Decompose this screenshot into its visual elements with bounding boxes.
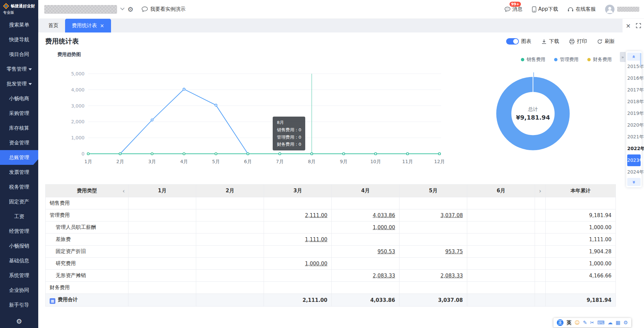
- tab-首页[interactable]: 首页: [42, 19, 65, 32]
- ime-scissors-icon[interactable]: ✂: [590, 320, 594, 325]
- tab-bar-actions: ×: [623, 19, 644, 32]
- panel-collapse-handle[interactable]: »: [620, 52, 626, 62]
- year-scroll-down-button[interactable]: »: [627, 178, 641, 186]
- cell: [467, 197, 535, 209]
- year-scrollbar-thumb[interactable]: [640, 53, 641, 66]
- sidebar-item-搜索菜单[interactable]: 搜索菜单: [0, 17, 38, 32]
- messages-button[interactable]: 99+ 消息: [504, 6, 523, 12]
- sidebar-item-经营管理[interactable]: 经营管理: [0, 224, 38, 239]
- sidebar-settings-gear-icon[interactable]: ⚙: [0, 317, 38, 325]
- value-link[interactable]: 4,033.86: [373, 212, 395, 218]
- year-item-2020年[interactable]: 2020年: [627, 119, 641, 131]
- footer-cell: [196, 294, 264, 307]
- cell: 2,111.00: [264, 209, 332, 221]
- sidebar-item-快捷导航[interactable]: 快捷导航: [0, 32, 38, 47]
- ime-grid-icon[interactable]: ▦: [615, 320, 620, 325]
- chart-toggle-control[interactable]: 图表: [506, 38, 531, 45]
- value-link[interactable]: 950.53: [378, 249, 395, 255]
- data-point: [407, 153, 409, 155]
- year-scroll-up-button[interactable]: »: [627, 53, 641, 61]
- value-link[interactable]: 1,111.00: [305, 237, 327, 243]
- sidebar-item-发票管理[interactable]: 发票管理: [0, 165, 38, 180]
- value-link[interactable]: 953.75: [445, 249, 463, 255]
- ime-toolbar[interactable]: 王 英 ☺ ✎ ✂ ⌨ ☁ ▦ ⚙: [553, 318, 631, 327]
- ime-keyboard-icon[interactable]: ⌨: [597, 320, 605, 325]
- table-row-固定资产折旧: 固定资产折旧950.53953.751,904.28: [46, 246, 616, 258]
- legend-item-销售费用[interactable]: 销售费用: [521, 57, 545, 63]
- sidebar-item-固定资产[interactable]: 固定资产: [0, 194, 38, 209]
- cell-total: [546, 197, 616, 209]
- y-axis-label: 3,000: [71, 103, 85, 109]
- legend-item-财务费用[interactable]: 财务费用: [587, 57, 612, 63]
- sidebar-item-基础信息[interactable]: 基础信息: [0, 253, 38, 268]
- sidebar-item-项目合同[interactable]: 项目合同: [0, 47, 38, 62]
- print-button[interactable]: 打印: [569, 38, 587, 45]
- sidebar-item-批发管理[interactable]: 批发管理: [0, 76, 38, 91]
- year-item-2018年[interactable]: 2018年: [627, 96, 641, 108]
- cell-total: 1,904.28: [546, 246, 616, 258]
- chevron-down-icon[interactable]: [120, 6, 125, 10]
- year-item-2023年[interactable]: 2023年: [627, 154, 641, 166]
- ime-emoji-icon[interactable]: ☺: [575, 320, 580, 325]
- settings-gear-icon[interactable]: ⚙: [127, 5, 133, 13]
- support-button[interactable]: 在线客服: [568, 6, 596, 12]
- donut-total-value: ¥9,181.94: [516, 114, 550, 121]
- cell: [196, 221, 264, 234]
- sidebar-item-总账管理[interactable]: 总账管理: [0, 150, 38, 165]
- row-label: 财务费用: [46, 282, 128, 294]
- sidebar-item-税务管理[interactable]: 税务管理: [0, 180, 38, 194]
- cell: [399, 258, 467, 270]
- app-download-button[interactable]: App下载: [532, 6, 558, 12]
- close-tabs-icon[interactable]: ×: [626, 23, 631, 29]
- chart-toggle-switch[interactable]: [506, 38, 519, 45]
- value-link[interactable]: 1,000.00: [373, 224, 395, 231]
- refresh-button[interactable]: 刷新: [597, 38, 615, 45]
- year-item-2016年[interactable]: 2016年: [627, 72, 641, 84]
- sidebar-item-资金管理[interactable]: 资金管理: [0, 135, 38, 150]
- sidebar-item-库存核算[interactable]: 库存核算: [0, 121, 38, 135]
- value-link[interactable]: 2,111.00: [305, 212, 327, 218]
- user-area[interactable]: [605, 5, 639, 14]
- fullscreen-icon[interactable]: [636, 23, 641, 28]
- year-item-2017年[interactable]: 2017年: [627, 84, 641, 96]
- year-item-2015年[interactable]: 2015年: [627, 61, 641, 72]
- value-link[interactable]: 3,037.08: [440, 212, 463, 218]
- sidebar-item-采购管理[interactable]: 采购管理: [0, 106, 38, 121]
- sidebar-item-小畅电商[interactable]: 小畅电商: [0, 91, 38, 106]
- demo-link[interactable]: 我要看实例演示: [142, 6, 185, 12]
- ime-lang-indicator[interactable]: 英: [567, 320, 572, 326]
- cell: [467, 209, 535, 221]
- sidebar-item-企业协同[interactable]: 企业协同: [0, 283, 38, 298]
- org-selector-redacted[interactable]: [44, 5, 117, 14]
- legend-item-管理费用[interactable]: 管理费用: [554, 57, 579, 63]
- scroll-left-arrow[interactable]: ‹: [122, 187, 125, 194]
- app-edition: 专业版: [3, 10, 36, 15]
- x-axis-label: 2月: [116, 159, 124, 164]
- cell: 4,033.86: [332, 209, 399, 221]
- x-axis-label: 9月: [340, 159, 347, 164]
- year-item-2022年[interactable]: 2022年: [627, 143, 641, 154]
- ime-logo[interactable]: 王: [557, 319, 564, 326]
- scroll-right-arrow[interactable]: ›: [539, 188, 541, 194]
- year-item-2019年[interactable]: 2019年: [627, 108, 641, 119]
- value-link[interactable]: 2,083.33: [373, 273, 395, 279]
- line-chart[interactable]: 01,0002,0003,0004,0005,0001月2月3月4月5月6月7月…: [54, 70, 456, 171]
- value-link[interactable]: 1,000.00: [305, 261, 327, 267]
- cell: [196, 234, 264, 246]
- year-item-2021年[interactable]: 2021年: [627, 131, 641, 143]
- sidebar-item-零售管理[interactable]: 零售管理: [0, 62, 38, 76]
- year-item-2024年[interactable]: 2024年: [627, 166, 641, 178]
- avatar[interactable]: [605, 5, 614, 14]
- sidebar-item-小畅报销[interactable]: 小畅报销: [0, 239, 38, 253]
- tab-close-icon[interactable]: ×: [100, 23, 104, 29]
- sidebar-item-系统管理[interactable]: 系统管理: [0, 268, 38, 283]
- ime-settings-icon[interactable]: ⚙: [624, 320, 628, 325]
- sidebar-item-新手引导[interactable]: 新手引导: [0, 298, 38, 312]
- ime-pen-icon[interactable]: ✎: [583, 320, 587, 325]
- ime-cloud-icon[interactable]: ☁: [607, 320, 612, 325]
- sidebar-item-工资[interactable]: 工资: [0, 209, 38, 224]
- tab-费用统计表[interactable]: 费用统计表×: [65, 19, 111, 32]
- value-link[interactable]: 2,083.33: [440, 273, 463, 279]
- donut-chart[interactable]: 总计 ¥9,181.94: [489, 70, 577, 157]
- download-button[interactable]: 下载: [541, 38, 559, 45]
